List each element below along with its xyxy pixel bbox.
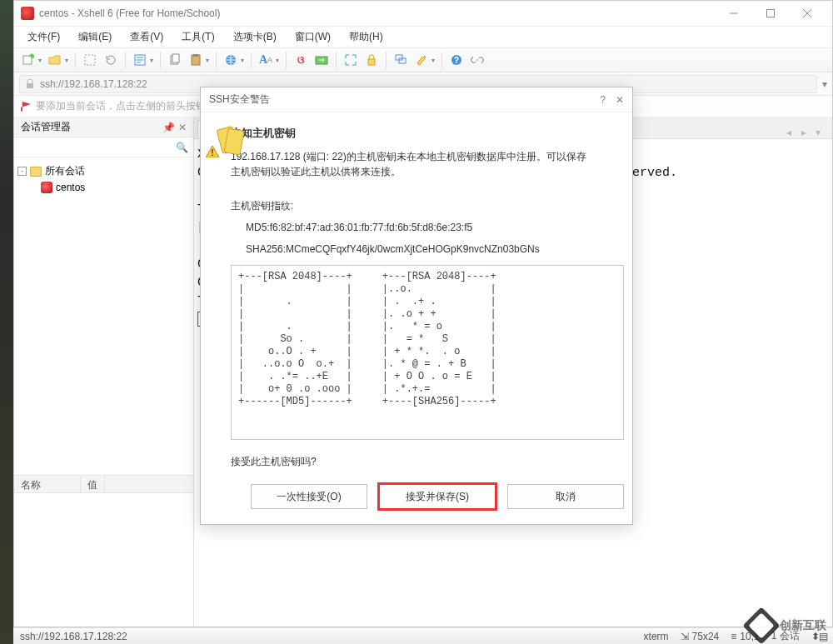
xshell-link-button[interactable]: ଓ — [292, 51, 310, 69]
fingerprint-md5: MD5:f6:82:bf:47:ad:36:01:fb:77:fd:6b:5f:… — [246, 222, 624, 233]
status-sessions: 1 会话 — [771, 629, 800, 643]
menu-view[interactable]: 查看(V) — [122, 27, 172, 47]
hint-text: 要添加当前会话，点击左侧的箭头按钮。 — [36, 99, 216, 113]
fingerprint-art[interactable]: +---[RSA 2048]----+ +---[RSA 2048]----+ … — [231, 265, 624, 440]
lock-button[interactable] — [362, 51, 381, 69]
menu-file[interactable]: 文件(F) — [19, 27, 68, 47]
pin-icon[interactable]: 📌 — [162, 122, 175, 133]
folder-icon — [30, 167, 42, 177]
address-dropdown[interactable]: ▾ — [822, 78, 827, 90]
search-icon: 🔍 — [176, 142, 188, 153]
tree-root-label: 所有会话 — [45, 164, 85, 178]
accept-save-button[interactable]: 接受并保存(S) — [379, 484, 496, 509]
minimize-button[interactable] — [716, 1, 752, 26]
fingerprint-sha256: SHA256:MCmeCQFqxfY46jk/0wcmXjtCeHOGpK9nv… — [246, 243, 624, 255]
status-size: ⇲ 75x24 — [681, 631, 720, 642]
col-value: 值 — [81, 476, 105, 492]
session-tree[interactable]: - 所有会话 centos — [14, 157, 193, 475]
fullscreen-button[interactable] — [342, 51, 360, 69]
xftp-button[interactable] — [312, 51, 331, 69]
session-manager-header: 会话管理器 📌 ✕ — [14, 117, 193, 137]
fingerprint-label: 主机密钥指纹: — [231, 199, 624, 213]
xshell-icon — [21, 7, 34, 20]
svg-text:?: ? — [454, 56, 459, 65]
window-title: centos - Xshell 6 (Free for Home/School) — [39, 7, 220, 19]
svg-text:!: ! — [211, 148, 213, 157]
paste-button[interactable] — [187, 51, 205, 69]
flag-icon — [21, 102, 31, 112]
session-icon — [41, 182, 52, 193]
accept-once-button[interactable]: 一次性接受(O) — [251, 484, 367, 509]
desktop-background — [0, 0, 13, 644]
close-button[interactable] — [789, 1, 826, 26]
highlight-button[interactable] — [412, 51, 431, 69]
tab-scroll-buttons[interactable]: ◂ ▸ ▾ — [781, 127, 829, 138]
menu-tools[interactable]: 工具(T) — [173, 27, 222, 47]
menu-edit[interactable]: 编辑(E) — [70, 27, 120, 47]
new-session-button[interactable] — [19, 51, 37, 69]
open-session-button[interactable] — [46, 51, 64, 69]
tree-root[interactable]: - 所有会话 — [17, 162, 190, 180]
session-manager-pane: 会话管理器 📌 ✕ 🔍 - 所有会话 centos — [14, 117, 194, 627]
status-address: ssh://192.168.17.128:22 — [20, 631, 127, 642]
collapse-icon[interactable]: - — [17, 167, 27, 176]
cascade-button[interactable] — [392, 51, 410, 69]
dialog-help-button[interactable]: ? — [600, 94, 606, 106]
statusbar: ssh://192.168.17.128:22 xterm ⇲ 75x24 ≡ … — [13, 627, 833, 644]
properties-button[interactable] — [131, 51, 149, 69]
properties-grid — [14, 493, 193, 627]
dialog-heading: 未知主机密钥 — [231, 126, 624, 141]
maximize-button[interactable] — [752, 1, 789, 26]
menu-window[interactable]: 窗口(W) — [287, 27, 339, 47]
tree-session-label: centos — [56, 182, 85, 193]
svg-rect-1 — [23, 56, 32, 64]
dialog-message: 192.168.17.128 (端口: 22)的主机密钥未在本地主机密钥数据库中… — [231, 149, 589, 179]
menu-help[interactable]: 帮助(H) — [341, 27, 392, 47]
status-pos: ≡ 10,1 — [731, 631, 759, 642]
svg-rect-5 — [172, 54, 179, 62]
pane-close-icon[interactable]: ✕ — [178, 122, 187, 133]
ssh-warning-dialog: SSH安全警告 ? ✕ ! 未知主机密钥 192.168.17.128 (端口:… — [200, 87, 633, 525]
dialog-titlebar: SSH安全警告 ? ✕ — [201, 87, 632, 112]
link-icon[interactable] — [468, 51, 486, 69]
session-filter-input[interactable]: 🔍 — [14, 137, 193, 157]
status-updown-icon: ⬍ ▤ — [811, 631, 826, 642]
lock-icon — [25, 79, 35, 89]
dialog-title: SSH安全警告 — [209, 92, 270, 107]
svg-rect-7 — [193, 54, 198, 57]
accept-question: 接受此主机密钥吗? — [231, 455, 624, 469]
toolbar: ▾ ▾ ▾ ▾ ▾ AA▾ ଓ ▾ ? — [14, 47, 832, 72]
svg-rect-2 — [85, 55, 95, 65]
cancel-button[interactable]: 取消 — [507, 484, 624, 509]
svg-rect-0 — [767, 10, 775, 17]
copy-button[interactable] — [166, 51, 184, 69]
properties-header: 名称 值 — [14, 475, 193, 493]
menu-tabs[interactable]: 选项卡(B) — [225, 27, 285, 47]
disconnect-button[interactable] — [102, 51, 120, 69]
font-button[interactable]: AA — [257, 51, 275, 69]
titlebar: centos - Xshell 6 (Free for Home/School) — [14, 1, 832, 26]
session-manager-title: 会话管理器 — [21, 120, 71, 134]
reconnect-button[interactable] — [81, 51, 99, 69]
tree-session-centos[interactable]: centos — [17, 180, 190, 195]
menubar: 文件(F) 编辑(E) 查看(V) 工具(T) 选项卡(B) 窗口(W) 帮助(… — [14, 26, 832, 47]
help-button[interactable]: ? — [447, 51, 466, 69]
col-name: 名称 — [14, 476, 81, 492]
svg-rect-10 — [368, 59, 375, 65]
address-text: ssh://192.168.17.128:22 — [40, 78, 147, 90]
dialog-close-button[interactable]: ✕ — [616, 94, 624, 106]
globe-button[interactable] — [222, 51, 240, 69]
svg-rect-15 — [27, 83, 33, 88]
status-term: xterm — [644, 631, 669, 642]
